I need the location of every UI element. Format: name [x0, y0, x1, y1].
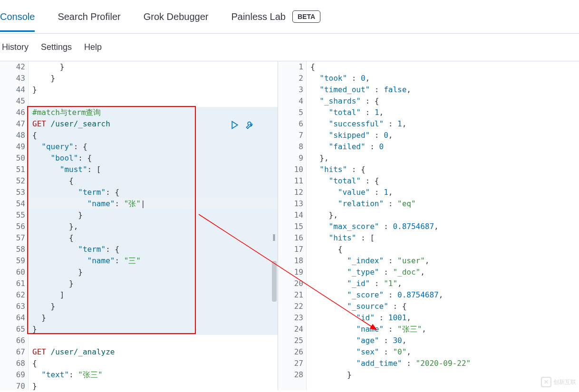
tab-painless[interactable]: Painless Lab	[231, 2, 286, 32]
subnav-history[interactable]: History	[2, 42, 29, 52]
wrench-icon[interactable]	[245, 120, 255, 132]
tab-console[interactable]: Console	[0, 2, 35, 32]
svg-marker-0	[232, 122, 238, 129]
beta-badge: BETA	[292, 10, 320, 23]
split-handle[interactable]: ‖	[270, 84, 278, 390]
editor-panels: 4243444546474849505152535455565758596061…	[0, 61, 579, 390]
subnav-settings[interactable]: Settings	[41, 42, 72, 52]
request-gutter: 4243444546474849505152535455565758596061…	[0, 61, 29, 390]
tab-grok[interactable]: Grok Debugger	[144, 2, 209, 32]
request-code[interactable]: } }}#match与term查询GET /user/_search{ "que…	[29, 61, 278, 390]
response-gutter: 1234567891011121314151617181920212223242…	[278, 61, 307, 390]
watermark: ✕ 创新互联	[529, 375, 576, 389]
request-actions	[230, 120, 255, 132]
response-code: { "took" : 0, "timed_out" : false, "_sha…	[307, 61, 579, 390]
watermark-icon: ✕	[541, 377, 551, 387]
tabs-bar: Console Search Profiler Grok Debugger Pa…	[0, 0, 579, 34]
request-editor[interactable]: 4243444546474849505152535455565758596061…	[0, 61, 278, 390]
run-icon[interactable]	[230, 120, 240, 132]
console-subnav: History Settings Help	[0, 34, 579, 61]
watermark-text: 创新互联	[553, 378, 576, 386]
response-viewer[interactable]: 1234567891011121314151617181920212223242…	[278, 61, 579, 390]
tab-profiler[interactable]: Search Profiler	[58, 2, 120, 32]
subnav-help[interactable]: Help	[84, 42, 102, 52]
